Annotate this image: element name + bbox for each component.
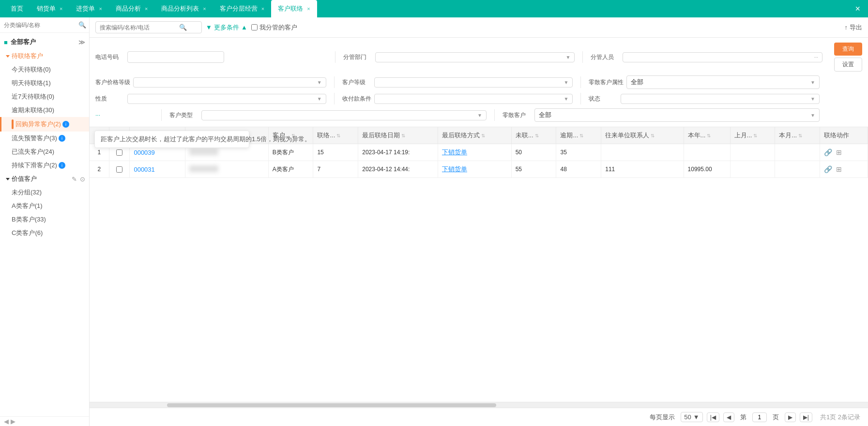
row-this-year [684,144,730,161]
query-button[interactable]: 查询 [834,43,862,56]
sort-icon: ⇅ [798,133,802,138]
page-size-select[interactable]: 50 ▼ [681,412,702,422]
status-select[interactable]: ▼ [621,94,820,104]
sidebar-item-tomorrow[interactable]: 明天待联络(1) [0,76,89,90]
sidebar-item-class-b[interactable]: B类客户(33) [0,213,89,226]
table-container[interactable]: ⚙ 客户编码 ⇅ 客户名称 [90,127,868,402]
top-nav: 首页 销货单 × 进货单 × 商品分析 × 商品分析列表 × 客户分层经营 × … [0,0,868,17]
col-header-this-year[interactable]: 本年... ⇅ [684,127,730,144]
close-all-button[interactable]: × [851,4,864,14]
sort-icon: ⇅ [753,133,757,138]
close-icon[interactable]: × [203,6,206,12]
nature-select[interactable]: ▼ [127,94,326,104]
col-header-not-contacted[interactable]: 未联... ⇅ [511,127,556,144]
close-icon[interactable]: × [99,6,102,12]
price-level-select[interactable]: ▼ [133,77,326,88]
sidebar-item-class-c[interactable]: C类客户(6) [0,226,89,240]
retail-attr-select[interactable]: 全部 ▼ [626,75,820,89]
close-icon[interactable]: × [60,6,62,12]
link-action-icon[interactable]: 🔗 [824,165,832,173]
chevron-down-icon: ▼ [563,96,568,102]
more-conditions-button[interactable]: ▼ 更多条件 ▲ [206,23,247,32]
edit-icon[interactable]: ✎ [72,176,77,183]
col-header-overdue[interactable]: 逾期... ⇅ [556,127,601,144]
horizontal-scrollbar[interactable] [90,402,868,408]
link-action-icon[interactable]: 🔗 [824,148,832,156]
search-input[interactable] [100,24,177,31]
nav-tab-home[interactable]: 首页 [4,0,30,17]
customer-level-select[interactable]: ▼ [374,77,573,88]
close-icon[interactable]: × [261,6,264,12]
page-number-input[interactable] [752,412,767,422]
col-header-unit-contact[interactable]: 往来单位联系人 ⇅ [601,127,684,144]
page-first-button[interactable]: |◀ [707,412,719,422]
col-header-last-contact-method[interactable]: 最后联络方式 ⇅ [438,127,511,144]
more-link[interactable]: ··· [95,112,100,118]
settings-icon[interactable]: ⊙ [80,176,85,183]
sidebar-item-churned[interactable]: 已流失客户(24) [0,145,89,159]
sidebar-item-ungrouped[interactable]: 未分组(32) [0,186,89,199]
settings-button[interactable]: 设置 [834,58,862,72]
sidebar-item-class-a[interactable]: A类客户(1) [0,199,89,213]
col-header-last-month[interactable]: 上月... ⇅ [730,127,775,144]
scroll-thumb[interactable] [167,403,496,407]
col-header-contact[interactable]: 联络... ⇅ [313,127,358,144]
retail-select[interactable]: 全部 ▼ [534,108,820,122]
nav-tab-sales[interactable]: 销货单 × [30,0,69,17]
filter-nature: 性质 ▼ [95,94,326,104]
scroll-left-icon[interactable]: ◀ [4,418,9,425]
sort-icon: ⇅ [579,133,583,138]
info-icon[interactable]: i [59,162,65,169]
phone-input[interactable] [127,51,224,63]
row-not-contacted: 50 [511,144,556,161]
sidebar-pending-group[interactable]: 待联络客户 [0,49,89,63]
sidebar-value-customers[interactable]: 价值客户 ✎ ⊙ [0,172,89,186]
page-last-button[interactable]: ▶| [800,412,812,422]
manager-select[interactable]: ··· [623,52,822,62]
sidebar-item-churn-warning[interactable]: 流失预警客户(3) i [0,132,89,145]
grid-action-icon[interactable]: ⊞ [836,148,842,156]
sidebar-all-customers[interactable]: ■ 全部客户 ≫ [0,35,89,49]
collapse-icon[interactable]: ≫ [78,39,85,46]
row-select-checkbox[interactable] [116,149,122,156]
chevron-down-icon: ▼ [563,80,568,85]
my-customers-check[interactable] [251,24,258,30]
nav-tab-product-list[interactable]: 商品分析列表 × [154,0,213,17]
row-last-method[interactable]: 下销货单 [438,161,511,178]
sidebar-search-input[interactable] [4,22,76,29]
search-icon[interactable]: 🔍 [78,21,86,29]
scroll-right-icon[interactable]: ▶ [11,418,15,425]
export-button[interactable]: ↑ 导出 [845,23,863,32]
sidebar: 🔍 ■ 全部客户 ≫ 待联络客户 今天待联络(0) 明天待联络(1) 近7天待联… [0,17,90,426]
sidebar-item-repurchase-abnormal[interactable]: 回购异常客户(2) i [0,117,89,132]
col-header-this-month[interactable]: 本月... ⇅ [775,127,820,144]
row-last-method[interactable]: 下销货单 [438,144,511,161]
col-header-last-contact-date[interactable]: 最后联络日期 ⇅ [358,127,438,144]
my-customers-checkbox[interactable]: 我分管的客户 [251,23,297,32]
customer-type-select[interactable]: ▼ [201,110,487,120]
nav-tab-customer-contact[interactable]: 客户联络 × [271,0,317,17]
grid-action-icon[interactable]: ⊞ [836,165,842,173]
close-icon[interactable]: × [145,6,148,12]
department-select[interactable]: ▼ [375,52,575,62]
info-icon[interactable]: i [62,121,69,128]
nav-tab-purchase[interactable]: 进货单 × [69,0,108,17]
row-checkbox[interactable] [109,161,130,178]
info-icon[interactable]: i [59,135,65,142]
filter-price-level: 客户价格等级 ▼ [95,77,326,88]
row-select-checkbox[interactable] [116,166,122,173]
page-next-button[interactable]: ▶ [785,412,796,422]
nav-tab-customer-tier[interactable]: 客户分层经营 × [213,0,271,17]
row-code[interactable]: 000031 [130,161,185,178]
row-last-date: 2023-04-17 14:19: [358,144,438,161]
payment-select[interactable]: ▼ [374,94,573,104]
sidebar-item-today[interactable]: 今天待联络(0) [0,63,89,76]
sidebar-item-overdue[interactable]: 逾期未联络(30) [0,103,89,117]
sidebar-item-7days[interactable]: 近7天待联络(0) [0,90,89,103]
page-prev-button[interactable]: ◀ [723,412,734,422]
nav-tab-product-analysis[interactable]: 商品分析 × [109,0,154,17]
close-icon[interactable]: × [307,6,310,12]
sort-icon: ⇅ [336,133,340,138]
sidebar-item-declining[interactable]: 持续下滑客户(2) i [0,159,89,172]
search-icon[interactable]: 🔍 [179,24,187,31]
